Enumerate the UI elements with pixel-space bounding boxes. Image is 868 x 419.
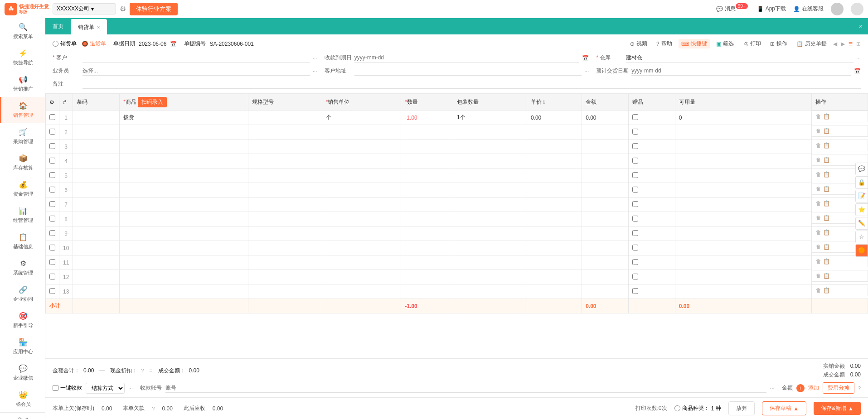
cell-qty-5[interactable]: [401, 183, 453, 197]
scan-button[interactable]: 扫码录入: [138, 97, 167, 107]
sidebar-item-search[interactable]: 🔍 搜索菜单: [0, 18, 45, 44]
delete-icon-9[interactable]: 🗑: [816, 244, 821, 250]
cell-barcode-6[interactable]: [73, 197, 120, 212]
cell-amount-8[interactable]: [582, 226, 629, 241]
cell-gift-10[interactable]: [629, 255, 675, 270]
cell-qty-9[interactable]: [401, 241, 453, 255]
cell-unit-12[interactable]: [322, 284, 401, 299]
cell-barcode-8[interactable]: [73, 226, 120, 241]
cell-spec-3[interactable]: [248, 154, 322, 169]
cell-gift-4[interactable]: [629, 169, 675, 183]
delivery-date-input[interactable]: [631, 66, 851, 76]
one-click-payment-checkbox[interactable]: 一键收款: [53, 384, 82, 392]
cell-product-11[interactable]: [120, 270, 248, 284]
cell-pkg-8[interactable]: [453, 226, 527, 241]
discard-button[interactable]: 放弃: [728, 401, 755, 415]
message-btn[interactable]: 💬 消息 99+: [716, 5, 750, 13]
delete-icon-11[interactable]: 🗑: [816, 273, 821, 279]
view-list-icon[interactable]: ≡: [849, 40, 853, 48]
cell-amount-4[interactable]: [582, 169, 629, 183]
cell-barcode-10[interactable]: [73, 255, 120, 270]
cell-gift-5[interactable]: [629, 183, 675, 197]
cell-qty-7[interactable]: [401, 212, 453, 226]
avatar[interactable]: [831, 3, 844, 15]
sidebar-item-purchase[interactable]: 🛒 采购管理: [0, 123, 45, 149]
cell-qty-3[interactable]: [401, 154, 453, 169]
cell-product-1[interactable]: [120, 125, 248, 140]
cell-product-0[interactable]: 拨货: [120, 111, 248, 125]
cell-price-12[interactable]: [527, 284, 582, 299]
cell-price-7[interactable]: [527, 212, 582, 226]
cell-amount-11[interactable]: [582, 270, 629, 284]
cell-unit-1[interactable]: [322, 125, 401, 140]
cell-price-10[interactable]: [527, 255, 582, 270]
sidebar-gear-btn[interactable]: ⚙ ◀: [0, 413, 45, 419]
cell-gift-0[interactable]: [629, 111, 675, 125]
one-click-payment-input[interactable]: [53, 385, 58, 391]
cell-gift-6[interactable]: [629, 197, 675, 212]
cell-unit-5[interactable]: [322, 183, 401, 197]
sidebar-item-wechat[interactable]: 💬 企业微信: [0, 360, 45, 386]
tab-home[interactable]: 首页: [45, 18, 71, 34]
delete-icon-1[interactable]: 🗑: [816, 128, 821, 134]
cell-pkg-2[interactable]: [453, 140, 527, 154]
cell-price-4[interactable]: [527, 169, 582, 183]
cell-product-10[interactable]: [120, 255, 248, 270]
cell-pkg-11[interactable]: [453, 270, 527, 284]
delivery-calendar-icon[interactable]: 📅: [854, 68, 861, 74]
cell-qty-4[interactable]: [401, 169, 453, 183]
sidebar-item-marketing[interactable]: 📢 营销推广: [0, 71, 45, 97]
cell-unit-2[interactable]: [322, 140, 401, 154]
sidebar-item-basic[interactable]: 📋 基础信息: [0, 228, 45, 255]
payment-account-input[interactable]: [165, 383, 766, 393]
sidebar-item-sales[interactable]: 🏠 销售管理: [0, 97, 45, 123]
cell-unit-4[interactable]: [322, 169, 401, 183]
due-date-calendar-icon[interactable]: 📅: [582, 55, 589, 61]
cell-barcode-1[interactable]: [73, 125, 120, 140]
online-support-btn[interactable]: 👤 在线客服: [793, 5, 824, 13]
calendar-icon[interactable]: 📅: [170, 41, 177, 47]
address-more-btn[interactable]: ···: [584, 68, 589, 74]
cell-price-8[interactable]: [527, 226, 582, 241]
cell-amount-10[interactable]: [582, 255, 629, 270]
float-lock-btn[interactable]: 🔒: [855, 176, 868, 189]
settings-icon[interactable]: ⚙: [120, 5, 126, 13]
payment-method-select[interactable]: 结算方式: [86, 383, 125, 394]
save-new-chevron[interactable]: ▲: [848, 405, 853, 412]
customer-more-btn[interactable]: ···: [313, 55, 317, 61]
cell-gift-11[interactable]: [629, 270, 675, 284]
cell-pkg-4[interactable]: [453, 169, 527, 183]
cell-barcode-0[interactable]: [73, 111, 120, 125]
copy-icon-3[interactable]: 📋: [823, 157, 830, 163]
cell-unit-9[interactable]: [322, 241, 401, 255]
cell-gift-8[interactable]: [629, 226, 675, 241]
cell-price-6[interactable]: [527, 197, 582, 212]
nav-next-icon[interactable]: ▶: [841, 41, 845, 47]
cell-qty-6[interactable]: [401, 197, 453, 212]
copy-icon-2[interactable]: 📋: [823, 142, 830, 149]
product-type-radio[interactable]: 商品种类： 1 种: [674, 405, 722, 412]
cell-unit-7[interactable]: [322, 212, 401, 226]
cell-product-7[interactable]: [120, 212, 248, 226]
cell-price-2[interactable]: [527, 140, 582, 154]
shortcut-btn[interactable]: ⌨ 快捷键: [679, 39, 710, 48]
cell-price-9[interactable]: [527, 241, 582, 255]
cell-pkg-1[interactable]: [453, 125, 527, 140]
copy-icon-10[interactable]: 📋: [823, 258, 830, 265]
copy-icon-11[interactable]: 📋: [823, 273, 830, 279]
cell-spec-10[interactable]: [248, 255, 322, 270]
cell-spec-4[interactable]: [248, 169, 322, 183]
cell-price-1[interactable]: [527, 125, 582, 140]
cell-spec-12[interactable]: [248, 284, 322, 299]
cell-pkg-6[interactable]: [453, 197, 527, 212]
delete-icon-3[interactable]: 🗑: [816, 157, 821, 163]
warehouse-more-btn[interactable]: ···: [856, 55, 861, 61]
copy-icon-9[interactable]: 📋: [823, 244, 830, 250]
sidebar-item-enterprise[interactable]: 🔗 企业协同: [0, 281, 45, 307]
copy-icon-6[interactable]: 📋: [823, 200, 830, 207]
cell-product-8[interactable]: [120, 226, 248, 241]
float-message-btn[interactable]: 💬: [855, 163, 868, 175]
tab-sales-order[interactable]: 销货单 ×: [71, 19, 107, 35]
account-more[interactable]: ···: [770, 385, 775, 391]
cell-spec-9[interactable]: [248, 241, 322, 255]
